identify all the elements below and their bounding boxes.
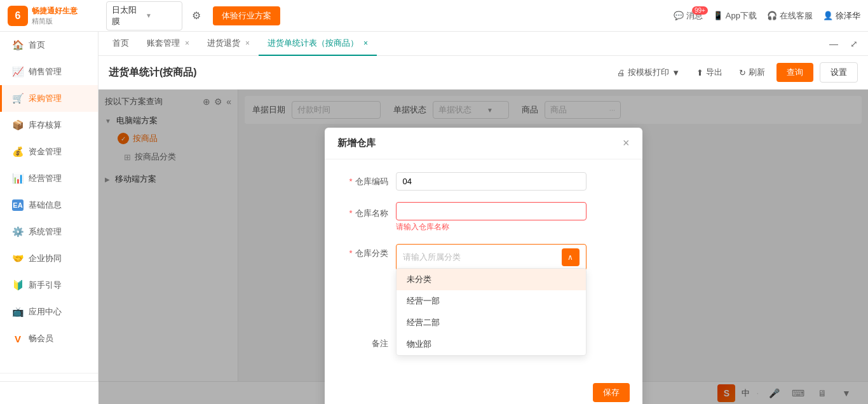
category-dropdown-toggle[interactable]: ∧	[562, 248, 580, 266]
enterprise-icon: 🤝	[12, 253, 24, 264]
modal-body: 仓库编码 仓库名称 请输入仓库名称	[325, 159, 642, 377]
chevron-down-icon: ▼	[146, 12, 177, 19]
search-select[interactable]: 日太阳膜 ▼	[106, 1, 182, 30]
sidebar-item-enterprise[interactable]: 🤝 企业协同	[0, 245, 98, 272]
warehouse-code-label: 仓库编码	[337, 172, 388, 187]
refresh-icon: ↻	[739, 68, 746, 77]
warehouse-code-input[interactable]	[396, 172, 587, 191]
query-button[interactable]: 查询	[776, 63, 813, 82]
modal-overlay: 新增仓库 × 仓库编码 仓库名称	[98, 90, 868, 404]
dropdown-item-dept2[interactable]: 经营二部	[397, 312, 586, 333]
membership-icon: V	[12, 333, 24, 344]
headset-icon: 🎧	[767, 11, 777, 20]
tab-close-icon[interactable]: ×	[185, 39, 189, 48]
warehouse-code-row: 仓库编码	[337, 172, 630, 191]
dropdown-item-dept1[interactable]: 经营一部	[397, 290, 586, 312]
sidebar-item-finance[interactable]: 💰 资金管理	[0, 138, 98, 165]
print-dropdown-icon: ▼	[672, 68, 680, 77]
main-content: 首页 账套管理 × 进货退货 × 进货单统计表（按商品） × — ⤢ 进货单统计…	[98, 32, 868, 404]
modal-footer: 保存	[325, 377, 642, 404]
sales-icon: 📈	[12, 66, 24, 77]
tab-expand-button[interactable]: ⤢	[845, 35, 863, 53]
settings-button[interactable]: 设置	[820, 62, 858, 83]
basic-info-icon: EA	[12, 199, 24, 211]
notification-badge: 99+	[692, 6, 708, 15]
sidebar-item-guide[interactable]: 🔰 新手引导	[0, 272, 98, 299]
tab-home[interactable]: 首页	[104, 32, 138, 56]
modal-header: 新增仓库 ×	[325, 128, 642, 159]
logo-icon: 6	[8, 6, 28, 26]
print-button[interactable]: 🖨 按模板打印 ▼	[612, 64, 685, 81]
warehouse-name-error: 请输入仓库名称	[396, 222, 449, 232]
page-title: 进货单统计(按商品)	[109, 66, 197, 79]
page-actions: 🖨 按模板打印 ▼ ⬆ 导出 ↻ 刷新 查询 设置	[612, 62, 858, 83]
sidebar-item-membership[interactable]: V 畅会员	[0, 325, 98, 352]
warehouse-name-label: 仓库名称	[337, 204, 388, 219]
dropdown-item-dept3[interactable]: 物业部	[397, 333, 586, 355]
content-area: 按以下方案查询 ⊕ ⚙ « ▼ 电脑端方案 ✓ 按商品	[98, 90, 868, 404]
sidebar: 🏠 首页 📈 销售管理 🛒 采购管理 📦 库存核算 💰 资金管理 📊 经营管理 …	[0, 32, 98, 404]
home-icon: 🏠	[12, 39, 24, 51]
operation-icon: 📊	[12, 173, 24, 184]
tab-actions: — ⤢	[825, 35, 863, 53]
logo-text: 畅捷通好生意 精简版	[32, 6, 78, 26]
finance-icon: 💰	[12, 146, 24, 158]
warehouse-name-row: 仓库名称 请输入仓库名称	[337, 202, 630, 232]
guide-icon: 🔰	[12, 279, 24, 291]
tab-account-management[interactable]: 账套管理 ×	[138, 32, 198, 56]
sidebar-item-basic-info[interactable]: EA 基础信息	[0, 192, 98, 219]
export-icon: ⬆	[696, 68, 703, 77]
user-menu[interactable]: 👤 徐泽华	[823, 10, 860, 22]
app-download-button[interactable]: 📱 App下载	[713, 10, 757, 22]
refresh-button[interactable]: ↻ 刷新	[734, 64, 770, 81]
category-dropdown-list: 未分类 经营一部 经营二部 物业部	[396, 268, 587, 356]
top-header: 6 畅捷通好生意 精简版 日太阳膜 ▼ ⚙ 体验行业方案 💬 消息 99+ 📱 …	[0, 0, 868, 32]
layout: 🏠 首页 📈 销售管理 🛒 采购管理 📦 库存核算 💰 资金管理 📊 经营管理 …	[0, 32, 868, 404]
tab-purchase-return[interactable]: 进货退货 ×	[198, 32, 259, 56]
modal-close-button[interactable]: ×	[623, 137, 630, 150]
user-icon: 👤	[823, 11, 833, 20]
purchase-icon: 🛒	[12, 93, 24, 104]
logo-area: 6 畅捷通好生意 精简版	[8, 6, 106, 26]
export-button[interactable]: ⬆ 导出	[691, 64, 728, 81]
sidebar-item-home[interactable]: 🏠 首页	[0, 32, 98, 58]
sidebar-item-operation[interactable]: 📊 经营管理	[0, 165, 98, 192]
notifications-button[interactable]: 💬 消息 99+	[674, 10, 703, 22]
warehouse-category-label: 仓库分类	[337, 244, 388, 259]
mobile-icon: 📱	[713, 11, 723, 20]
tab-close-active-icon[interactable]: ×	[363, 39, 368, 48]
online-service-button[interactable]: 🎧 在线客服	[767, 10, 813, 22]
tab-close-icon[interactable]: ×	[245, 39, 250, 48]
settings-icon[interactable]: ⚙	[186, 6, 207, 26]
warehouse-category-select[interactable]: 请输入所属分类 ∧	[396, 244, 587, 271]
new-warehouse-modal: 新增仓库 × 仓库编码 仓库名称	[325, 128, 642, 404]
app-center-icon: 📺	[12, 306, 24, 318]
dropdown-item-uncategorized[interactable]: 未分类	[397, 269, 586, 290]
trial-button[interactable]: 体验行业方案	[213, 6, 280, 25]
print-icon: 🖨	[617, 68, 625, 77]
inventory-icon: 📦	[12, 119, 24, 131]
system-icon: ⚙️	[12, 226, 24, 238]
tab-minimize-button[interactable]: —	[825, 35, 843, 53]
sidebar-item-sales[interactable]: 📈 销售管理	[0, 58, 98, 85]
tab-purchase-stats[interactable]: 进货单统计表（按商品） ×	[259, 32, 377, 56]
page-header: 进货单统计(按商品) 🖨 按模板打印 ▼ ⬆ 导出 ↻ 刷新 查询 设置	[98, 56, 868, 90]
save-button[interactable]: 保存	[593, 383, 630, 402]
bell-icon: 💬	[674, 11, 684, 20]
warehouse-category-row: 仓库分类 请输入所属分类 ∧ 未分类 经营一部 经营二部 物业部	[337, 244, 630, 271]
sidebar-item-app-center[interactable]: 📺 应用中心	[0, 299, 98, 325]
sidebar-item-purchase[interactable]: 🛒 采购管理	[0, 85, 98, 112]
header-right: 💬 消息 99+ 📱 App下载 🎧 在线客服 👤 徐泽华	[674, 10, 860, 22]
sidebar-item-system[interactable]: ⚙️ 系统管理	[0, 219, 98, 245]
tab-bar: 首页 账套管理 × 进货退货 × 进货单统计表（按商品） × — ⤢	[98, 32, 868, 56]
modal-title: 新增仓库	[337, 137, 376, 149]
sidebar-item-inventory[interactable]: 📦 库存核算	[0, 112, 98, 138]
warehouse-name-input[interactable]	[396, 202, 587, 220]
notes-label: 备注	[337, 334, 388, 349]
